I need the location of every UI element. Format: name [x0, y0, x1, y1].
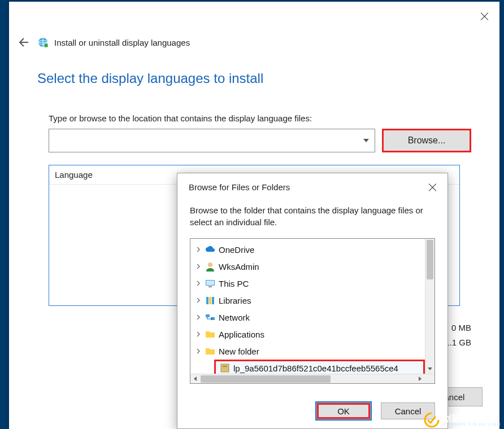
browse-button-label: Browse...	[408, 135, 446, 146]
cab-file-icon	[219, 363, 231, 373]
tree-item-network[interactable]: Network	[190, 309, 425, 326]
close-icon[interactable]	[428, 183, 437, 192]
folder-icon	[204, 329, 216, 339]
browse-dialog-titlebar: Browse for Files or Folders	[177, 173, 447, 192]
close-icon[interactable]	[480, 12, 489, 21]
svg-rect-10	[212, 297, 214, 304]
browse-dialog-description: Browse to the folder that contains the d…	[177, 192, 447, 228]
expand-caret-icon[interactable]	[195, 331, 202, 338]
scrollbar-thumb[interactable]	[201, 375, 331, 383]
svg-rect-8	[206, 297, 208, 304]
expand-caret-icon[interactable]	[195, 246, 202, 253]
wizard-title: Install or uninstall display languages	[37, 37, 190, 48]
tree-item-label: OneDrive	[219, 245, 254, 255]
page-heading: Select the display languages to install	[37, 71, 471, 86]
vertical-scrollbar[interactable]	[425, 239, 435, 374]
svg-rect-14	[223, 366, 227, 367]
tree-item-label: This PC	[219, 279, 249, 288]
wizard-title-text: Install or uninstall display languages	[54, 38, 190, 47]
tree-item-label: Libraries	[219, 296, 251, 305]
path-instruction: Type or browse to the location that cont…	[37, 113, 471, 123]
network-icon	[204, 312, 216, 322]
tree-item-label: Applications	[219, 330, 264, 339]
pc-icon	[204, 278, 216, 288]
folder-tree: OneDrive WksAdmin This PC Libraries	[190, 238, 435, 384]
ok-button[interactable]: OK	[316, 402, 371, 419]
ok-button-label: OK	[337, 406, 350, 416]
folder-tree-viewport[interactable]: OneDrive WksAdmin This PC Libraries	[190, 239, 425, 374]
expand-caret-icon[interactable]	[195, 348, 202, 354]
expand-caret-icon[interactable]	[195, 297, 202, 304]
cancel-button[interactable]: Cancel	[381, 402, 435, 419]
user-icon	[204, 261, 216, 272]
browse-dialog-buttons: OK Cancel	[316, 402, 435, 419]
tree-item-selected-file[interactable]: lp_9a5601d7b86f521c0e41bccfeeb5565ce4	[214, 360, 425, 374]
tree-item-thispc[interactable]: This PC	[190, 275, 425, 292]
svg-rect-9	[209, 297, 211, 304]
browse-dialog: Browse for Files or Folders Browse to th…	[177, 173, 448, 429]
path-input[interactable]	[49, 129, 359, 152]
globe-icon	[37, 37, 49, 48]
tree-item-applications[interactable]: Applications	[190, 326, 425, 343]
scrollbar-thumb[interactable]	[427, 240, 433, 279]
svg-point-4	[208, 262, 212, 267]
tree-item-newfolder[interactable]: New folder	[190, 343, 425, 360]
svg-rect-6	[206, 281, 214, 285]
scroll-left-icon[interactable]	[190, 374, 200, 383]
browse-button[interactable]: Browse...	[382, 129, 471, 152]
scroll-down-icon[interactable]	[425, 364, 435, 374]
path-combobox[interactable]	[49, 129, 375, 152]
tree-item-label: Network	[219, 313, 250, 322]
tree-item-label: lp_9a5601d7b86f521c0e41bccfeeb5565ce4	[233, 364, 398, 373]
cloud-icon	[204, 244, 216, 255]
header: Install or uninstall display languages	[9, 2, 499, 49]
size-available: 1.1 GB	[445, 335, 471, 350]
tree-item-label: New folder	[219, 347, 259, 356]
folder-icon	[204, 346, 216, 356]
svg-rect-13	[221, 364, 229, 372]
back-arrow-icon[interactable]	[16, 36, 29, 49]
svg-rect-7	[208, 286, 212, 287]
size-required: 0 MB	[445, 321, 471, 335]
svg-rect-11	[206, 314, 210, 317]
footer-stats: 0 MB 1.1 GB	[445, 321, 471, 349]
path-row: Browse...	[37, 129, 471, 152]
cancel-button-label: Cancel	[395, 406, 422, 416]
browse-dialog-title: Browse for Files or Folders	[189, 182, 290, 192]
tree-item-libraries[interactable]: Libraries	[190, 292, 425, 309]
chevron-down-icon[interactable]	[363, 139, 369, 142]
libraries-icon	[204, 295, 216, 305]
expand-caret-icon[interactable]	[195, 314, 202, 321]
svg-rect-3	[44, 43, 48, 47]
expand-caret-icon[interactable]	[195, 280, 202, 287]
tree-item-label: WksAdmin	[219, 262, 259, 272]
expand-caret-icon[interactable]	[195, 263, 202, 270]
tree-item-onedrive[interactable]: OneDrive	[190, 241, 425, 258]
tree-item-wksadmin[interactable]: WksAdmin	[190, 258, 425, 275]
scroll-right-icon[interactable]	[415, 374, 425, 383]
horizontal-scrollbar[interactable]	[190, 374, 435, 383]
